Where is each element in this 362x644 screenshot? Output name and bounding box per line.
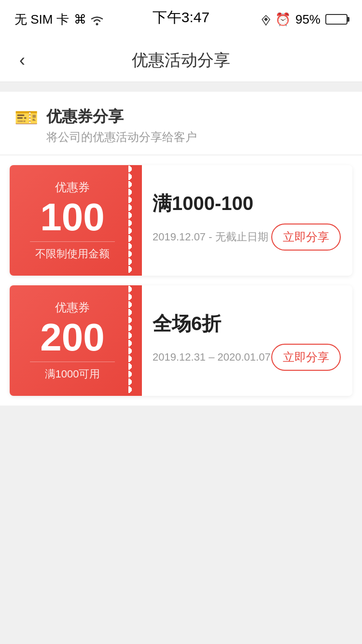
battery-icon — [325, 14, 348, 25]
share-button-2[interactable]: 立即分享 — [271, 344, 341, 371]
coupon-amount-2: 200 — [40, 318, 104, 357]
coupon-bottom-row-2: 2019.12.31 – 2020.01.07 立即分享 — [153, 344, 341, 371]
coupon-condition-1: 不限制使用金额 — [35, 247, 110, 261]
back-button[interactable]: ‹ — [14, 45, 30, 75]
coupon-divider-1 — [30, 241, 115, 242]
wifi-icon: ⌘ — [74, 12, 104, 27]
share-button-1[interactable]: 立即分享 — [271, 224, 341, 251]
coupon-left-1: 优惠券 100 不限制使用金额 — [10, 165, 135, 276]
coupon-right-2: 全场6折 2019.12.31 – 2020.01.07 立即分享 — [135, 285, 352, 396]
coupon-divider-2 — [30, 362, 115, 362]
coupon-label-2: 优惠券 — [55, 300, 90, 315]
battery-percent: 95% — [295, 12, 320, 27]
svg-point-0 — [96, 23, 98, 25]
section-title: 优惠券分享 — [46, 106, 197, 127]
nav-bar: ‹ 优惠活动分享 — [0, 39, 362, 82]
status-time: 下午3:47 — [153, 8, 209, 28]
coupons-container: 优惠券 100 不限制使用金额 满1000-100 2019.12.07 - 无… — [0, 155, 362, 406]
status-right: ⏰ 95% — [262, 12, 348, 27]
section-subtitle: 将公司的优惠活动分享给客户 — [46, 129, 197, 145]
coupon-date-1: 2019.12.07 - 无截止日期 — [153, 230, 268, 244]
coupon-name-2: 全场6折 — [153, 310, 341, 337]
location-icon — [262, 12, 270, 27]
coupon-left-2: 优惠券 200 满1000可用 — [10, 285, 135, 396]
coupon-section-icon: 🎫 — [14, 106, 39, 129]
coupon-amount-1: 100 — [40, 198, 104, 237]
section-header: 🎫 优惠券分享 将公司的优惠活动分享给客户 — [0, 92, 362, 154]
bottom-area — [0, 406, 362, 644]
coupon-name-1: 满1000-100 — [153, 190, 341, 217]
alarm-icon: ⏰ — [275, 12, 291, 27]
nav-title: 优惠活动分享 — [132, 49, 230, 71]
coupon-condition-2: 满1000可用 — [45, 367, 100, 381]
coupon-label-1: 优惠券 — [55, 180, 90, 195]
status-bar: 无 SIM 卡 ⌘ 下午3:47 ⏰ 95% — [0, 0, 362, 39]
coupon-date-2: 2019.12.31 – 2020.01.07 — [153, 351, 271, 364]
coupon-right-1: 满1000-100 2019.12.07 - 无截止日期 立即分享 — [135, 165, 352, 276]
section-text: 优惠券分享 将公司的优惠活动分享给客户 — [46, 106, 197, 145]
coupon-card-1: 优惠券 100 不限制使用金额 满1000-100 2019.12.07 - 无… — [10, 165, 352, 276]
coupon-bottom-row-1: 2019.12.07 - 无截止日期 立即分享 — [153, 224, 341, 251]
status-left: 无 SIM 卡 ⌘ — [14, 11, 104, 28]
carrier-text: 无 SIM 卡 — [14, 11, 69, 28]
coupon-card-2: 优惠券 200 满1000可用 全场6折 2019.12.31 – 2020.0… — [10, 285, 352, 396]
